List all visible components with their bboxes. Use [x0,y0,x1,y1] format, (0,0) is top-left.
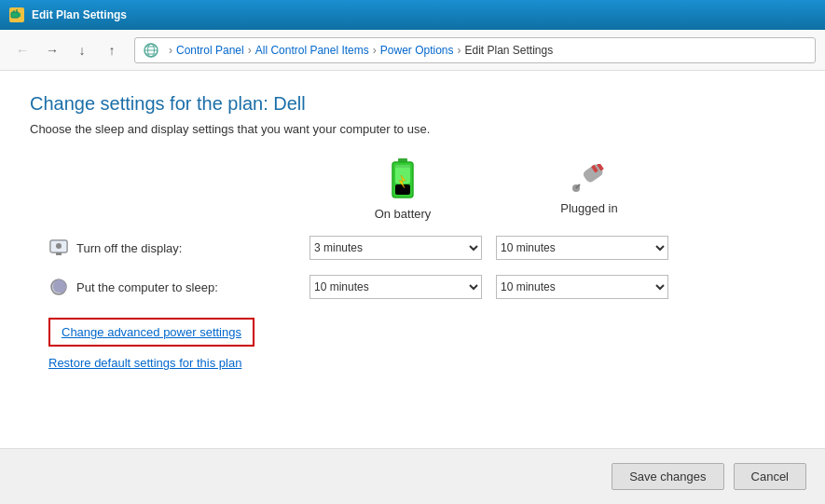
breadcrumb-control-panel[interactable]: Control Panel [176,44,244,57]
display-row: Turn off the display: 3 minutes 1 minute… [48,236,795,260]
display-battery-dropdown[interactable]: 3 minutes 1 minute 2 minutes 5 minutes 1… [309,236,482,260]
up-button[interactable]: ↑ [99,37,125,63]
breadcrumb-all-items[interactable]: All Control Panel Items [255,44,369,57]
svg-rect-1 [19,13,21,17]
display-row-label: Turn off the display: [48,238,309,258]
breadcrumb-current: Edit Plan Settings [464,44,553,57]
breadcrumb-separator-4: › [457,44,461,57]
battery-label: On battery [375,207,432,221]
header-plugged: Plugged in [496,164,682,215]
breadcrumb-separator-2: › [248,44,252,57]
breadcrumb-power-options[interactable]: Power Options [380,44,454,57]
advanced-link-wrapper: Change advanced power settings [48,318,254,347]
globe-icon [143,42,159,59]
display-icon [48,238,69,258]
battery-icon [389,158,417,203]
header-battery: On battery [309,158,496,221]
title-bar: Edit Plan Settings [0,0,825,30]
advanced-settings-link[interactable]: Change advanced power settings [62,325,241,339]
page-title: Change settings for the plan: Dell [30,93,795,115]
cancel-button[interactable]: Cancel [734,463,806,490]
bottom-bar: Save changes Cancel [0,448,825,504]
display-plugged-dropdown[interactable]: 10 minutes 1 minute 2 minutes 3 minutes … [496,236,668,260]
restore-defaults-link[interactable]: Restore default settings for this plan [48,356,795,370]
links-section: Change advanced power settings Restore d… [48,318,795,370]
address-bar[interactable]: › Control Panel › All Control Panel Item… [134,37,816,63]
plugged-label: Plugged in [560,201,617,215]
svg-rect-13 [395,165,410,168]
sleep-plugged-dropdown[interactable]: 10 minutes 1 minute 2 minutes 3 minutes … [496,275,668,299]
forward-button[interactable]: → [39,37,65,63]
down-button[interactable]: ↓ [69,37,95,63]
main-content: Change settings for the plan: Dell Choos… [0,71,825,448]
breadcrumb-separator-1: › [169,44,172,57]
plug-icon [569,164,610,198]
settings-header: On battery Plugged in [48,158,795,221]
back-button[interactable]: ← [9,37,35,63]
sleep-row: Put the computer to sleep: 10 minutes 1 … [48,275,795,299]
title-bar-text: Edit Plan Settings [32,8,127,21]
svg-point-22 [56,243,62,249]
page-subtitle: Choose the sleep and display settings th… [30,122,795,136]
save-changes-button[interactable]: Save changes [612,463,723,490]
sleep-battery-dropdown[interactable]: 10 minutes 1 minute 2 minutes 3 minutes … [309,275,482,299]
title-bar-icon [9,7,24,22]
nav-bar: ← → ↓ ↑ › Control Panel › All Control Pa… [0,30,825,71]
sleep-icon [48,277,69,297]
breadcrumb-separator-3: › [373,44,377,57]
svg-rect-0 [11,12,19,18]
sleep-row-label: Put the computer to sleep: [48,277,309,297]
svg-rect-23 [56,252,62,255]
sleep-label: Put the computer to sleep: [76,280,218,294]
display-label: Turn off the display: [76,241,182,255]
